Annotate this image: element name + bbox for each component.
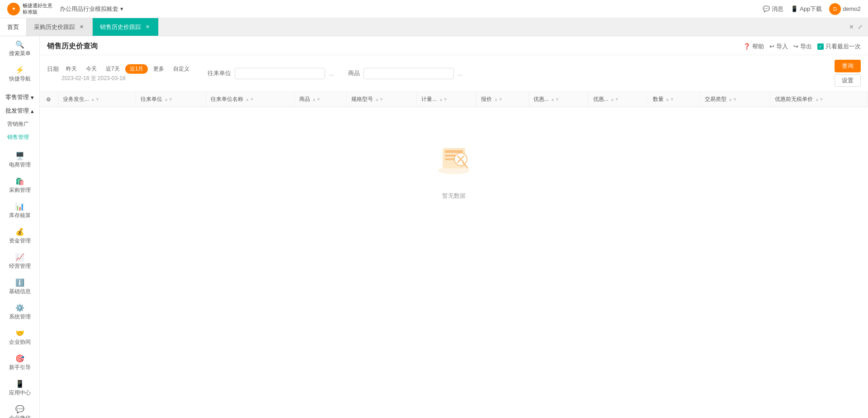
date-range-text: 2023-02-18 至 2023-03-18	[61, 75, 193, 82]
gear-icon[interactable]: ⚙	[46, 96, 51, 103]
app-center-icon: 📱	[15, 380, 24, 388]
sidebar-item-basic-info[interactable]: ℹ️ 基础信息	[2, 275, 38, 299]
product-label: 商品	[348, 69, 360, 77]
empty-svg	[431, 134, 476, 180]
shortcut-icon: ⚡	[15, 66, 24, 74]
sidebar-item-wechat[interactable]: 💬 企业微信	[2, 401, 38, 418]
message-button[interactable]: 💬 消息	[763, 5, 783, 13]
tab-sales-history-close[interactable]: ✕	[144, 24, 151, 31]
date-btn-7days[interactable]: 近7天	[102, 64, 123, 74]
purchase-icon: 🛍️	[15, 177, 24, 185]
app-download-button[interactable]: 📱 App下载	[791, 5, 822, 13]
table-header-row: ⚙ 业务发生... ▲▼ 往来单位	[40, 92, 868, 107]
sidebar-item-marketing[interactable]: 营销推广	[0, 118, 39, 131]
sidebar-item-operations[interactable]: 📈 经营管理	[2, 249, 38, 274]
partner-input[interactable]	[235, 68, 325, 79]
tab-purchase-history-close[interactable]: ✕	[78, 24, 85, 31]
sort-icon: ▲▼	[728, 98, 737, 101]
partner-dots: ...	[329, 70, 334, 77]
sidebar-item-retail[interactable]: 零售管理 ▾	[0, 90, 39, 104]
sidebar-item-sales-mgmt[interactable]: 销售管理	[0, 131, 39, 144]
basic-info-icon: ℹ️	[15, 278, 24, 287]
tab-bar: 首页 采购历史价跟踪 ✕ 销售历史价跟踪 ✕ ✕ ⤢	[0, 18, 868, 36]
th-biz-date[interactable]: 业务发生... ▲▼	[58, 92, 136, 107]
sidebar-item-search[interactable]: 🔍 搜索菜单	[2, 37, 38, 61]
th-pre-tax-price[interactable]: 优惠前无税单价 ▲▼	[770, 92, 868, 107]
wechat-icon: 💬	[15, 405, 24, 413]
date-btn-custom[interactable]: 自定义	[170, 64, 193, 74]
sidebar-item-app-center[interactable]: 📱 应用中心	[2, 376, 38, 400]
date-btn-1month[interactable]: 近1月	[125, 64, 148, 74]
tab-purchase-history[interactable]: 采购历史价跟踪 ✕	[27, 18, 93, 36]
th-trade-type[interactable]: 交易类型 ▲▼	[700, 92, 770, 107]
th-partner-code[interactable]: 往来单位 ▲▼	[136, 92, 206, 107]
newbie-icon: 🎯	[15, 354, 24, 363]
sort-icon: ▲▼	[610, 98, 619, 101]
date-btn-today[interactable]: 今天	[82, 64, 100, 74]
system-icon: ⚙️	[15, 304, 24, 312]
logo-area: ✦ 畅捷通好生意 标准版	[7, 3, 52, 15]
sort-icon: ▲▼	[164, 98, 173, 101]
chevron-up-icon: ▴	[31, 108, 34, 114]
inventory-icon: 📊	[15, 202, 24, 211]
th-product[interactable]: 商品 ▲▼	[294, 92, 346, 107]
tab-purchase-history-label: 采购历史价跟踪	[34, 23, 75, 31]
empty-illustration	[431, 134, 476, 188]
tab-sales-history-label: 销售历史价跟踪	[100, 23, 141, 31]
table-header: ⚙ 业务发生... ▲▼ 往来单位	[40, 92, 868, 107]
user-menu[interactable]: D demo2	[829, 3, 861, 15]
th-unit[interactable]: 计量... ▲▼	[417, 92, 476, 107]
th-partner-name[interactable]: 往来单位名称 ▲▼	[206, 92, 295, 107]
th-price[interactable]: 报价 ▲▼	[476, 92, 528, 107]
sidebar-item-ecommerce[interactable]: 🖥️ 电商管理	[2, 148, 38, 172]
page-header: 销售历史价查询 ❓ 帮助 ↩ 导入 ↪ 导出 ✓ 只看最后一次	[40, 36, 868, 55]
enterprise-icon: 🤝	[15, 329, 24, 337]
sidebar: 🔍 搜索菜单 ⚡ 快捷导航 零售管理 ▾ 批发管理 ▴ 营销推广 销售管理 🖥️…	[0, 36, 40, 418]
logo-text: 畅捷通好生意 标准版	[23, 3, 52, 14]
search-icon: 🔍	[15, 40, 24, 49]
ecommerce-icon: 🖥️	[15, 152, 24, 160]
sort-icon: ▲▼	[91, 98, 100, 101]
tab-bar-actions: ✕ ⤢	[844, 18, 868, 36]
date-btn-more[interactable]: 更多	[150, 64, 168, 74]
sidebar-item-purchase[interactable]: 🛍️ 采购管理	[2, 173, 38, 198]
sidebar-item-wholesale[interactable]: 批发管理 ▴	[0, 104, 39, 118]
help-icon: ❓	[743, 43, 750, 50]
avatar: D	[829, 3, 841, 15]
th-discount2[interactable]: 优惠... ▲▼	[588, 92, 648, 107]
only-last-checkbox[interactable]: ✓ 只看最后一次	[817, 43, 861, 51]
partner-label: 往来单位	[208, 69, 231, 77]
chevron-down-icon: ▾	[120, 5, 123, 12]
tab-sales-history[interactable]: 销售历史价跟踪 ✕	[93, 18, 159, 36]
date-btn-yesterday[interactable]: 昨天	[62, 64, 80, 74]
tab-home[interactable]: 首页	[0, 18, 27, 36]
operations-icon: 📈	[15, 253, 24, 261]
sidebar-item-system[interactable]: ⚙️ 系统管理	[2, 300, 38, 324]
sidebar-item-finance[interactable]: 💰 资金管理	[2, 224, 38, 248]
import-button[interactable]: ↩ 导入	[769, 43, 788, 51]
message-icon: 💬	[763, 5, 770, 12]
sort-icon: ▲▼	[494, 98, 503, 101]
close-tab-icon[interactable]: ✕	[849, 24, 854, 30]
th-discount1[interactable]: 优惠... ▲▼	[528, 92, 588, 107]
th-spec[interactable]: 规格型号 ▲▼	[346, 92, 416, 107]
export-button[interactable]: ↪ 导出	[793, 43, 812, 51]
fullscreen-icon[interactable]: ⤢	[858, 24, 863, 30]
sidebar-item-shortcut[interactable]: ⚡ 快捷导航	[2, 62, 38, 86]
download-icon: 📱	[791, 5, 798, 12]
settings-button[interactable]: 设置	[835, 74, 861, 87]
top-bar-left: ✦ 畅捷通好生意 标准版 办公用品行业模拟账套 ▾	[7, 3, 123, 15]
th-quantity[interactable]: 数量 ▲▼	[648, 92, 700, 107]
account-dropdown[interactable]: 办公用品行业模拟账套 ▾	[60, 5, 123, 13]
help-button[interactable]: ❓ 帮助	[743, 43, 764, 51]
sidebar-item-enterprise[interactable]: 🤝 企业协同	[2, 325, 38, 350]
sidebar-item-newbie[interactable]: 🎯 新手引导	[2, 351, 38, 375]
th-gear: ⚙	[40, 92, 58, 107]
sidebar-item-inventory[interactable]: 📊 库存核算	[2, 199, 38, 223]
top-bar-right: 💬 消息 📱 App下载 D demo2	[763, 3, 861, 15]
product-input[interactable]	[363, 68, 454, 79]
date-filter: 日期 昨天 今天 近7天 近1月 更多 自定义 2023-02-18 至 202…	[47, 64, 193, 82]
sort-icon: ▲▼	[665, 98, 675, 101]
query-button[interactable]: 查询	[835, 60, 861, 72]
content-area: 销售历史价查询 ❓ 帮助 ↩ 导入 ↪ 导出 ✓ 只看最后一次	[40, 36, 868, 418]
